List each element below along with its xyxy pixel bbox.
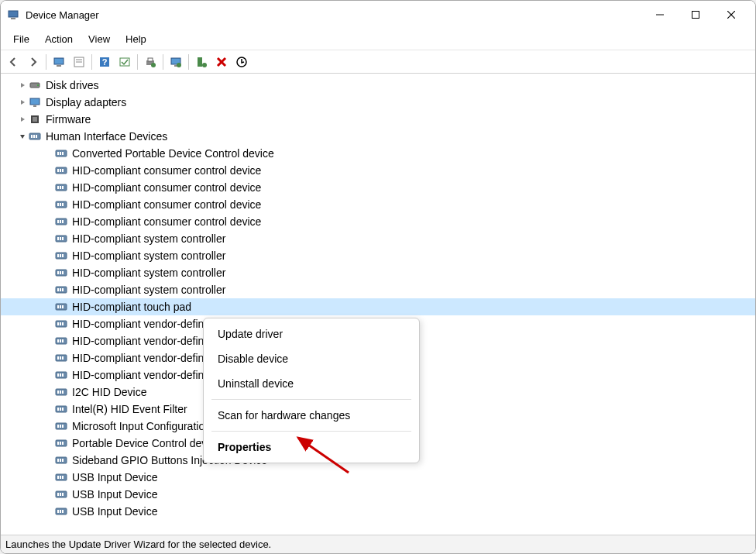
app-icon — [7, 9, 19, 21]
titlebar: Device Manager — [1, 1, 755, 29]
category-icon — [29, 113, 41, 126]
tree-device-item[interactable]: HID-compliant consumer control device — [1, 213, 755, 230]
tree-category[interactable]: Firmware — [1, 111, 755, 128]
svg-rect-0 — [9, 11, 18, 17]
device-label: Intel(R) HID Event Filter — [72, 403, 187, 415]
context-menu-item[interactable]: Scan for hardware changes — [204, 403, 419, 428]
tree-device-item[interactable]: USB Input Device — [1, 503, 755, 520]
svg-rect-36 — [62, 152, 64, 155]
svg-rect-119 — [60, 510, 61, 513]
svg-rect-39 — [60, 169, 61, 172]
context-menu-item[interactable]: Uninstall device — [204, 371, 419, 396]
svg-rect-42 — [57, 186, 59, 189]
svg-rect-40 — [62, 169, 64, 172]
svg-rect-84 — [62, 356, 64, 360]
svg-rect-108 — [62, 459, 64, 462]
chevron-icon[interactable] — [16, 96, 29, 108]
svg-rect-54 — [57, 237, 59, 240]
svg-rect-59 — [60, 254, 61, 257]
category-label: Display adapters — [46, 96, 126, 108]
svg-point-21 — [202, 63, 207, 67]
device-label: HID-compliant consumer control device — [72, 181, 261, 194]
device-icon — [55, 420, 67, 432]
svg-rect-103 — [60, 442, 61, 445]
tree-category[interactable]: Display adapters — [1, 94, 755, 111]
category-label: Human Interface Devices — [46, 130, 167, 143]
device-icon — [55, 437, 67, 449]
separator — [137, 54, 138, 70]
menu-file[interactable]: File — [5, 30, 37, 48]
svg-rect-110 — [57, 476, 59, 479]
disable-button[interactable] — [212, 53, 231, 71]
help-button[interactable]: ? — [95, 53, 114, 71]
tree-device-item[interactable]: USB Input Device — [1, 469, 755, 486]
computer-button[interactable] — [50, 53, 68, 71]
svg-rect-13 — [120, 58, 129, 66]
menu-help[interactable]: Help — [118, 30, 154, 48]
device-label: HID-compliant system controller — [72, 232, 225, 245]
svg-rect-112 — [62, 476, 64, 479]
menu-action[interactable]: Action — [37, 30, 81, 48]
svg-rect-15 — [148, 58, 153, 61]
svg-rect-1 — [11, 18, 15, 19]
tree-device-item[interactable]: Converted Portable Device Control device — [1, 145, 755, 162]
category-icon — [29, 79, 41, 91]
category-label: Firmware — [46, 113, 91, 126]
svg-rect-3 — [692, 12, 699, 19]
context-menu-item[interactable]: Update driver — [204, 322, 419, 346]
svg-rect-67 — [60, 288, 61, 291]
tree-device-item[interactable]: HID-compliant touch pad — [1, 298, 755, 315]
device-icon — [55, 318, 67, 330]
context-menu-separator — [211, 431, 411, 432]
properties-button[interactable] — [70, 53, 88, 71]
device-icon — [55, 352, 67, 364]
svg-rect-30 — [31, 135, 33, 138]
show-hidden-button[interactable] — [115, 53, 134, 71]
tree-category[interactable]: Disk drives — [1, 77, 755, 94]
menu-view[interactable]: View — [81, 30, 118, 48]
forward-button[interactable] — [24, 53, 43, 71]
tree-device-item[interactable]: HID-compliant system controller — [1, 264, 755, 281]
svg-rect-92 — [62, 391, 64, 394]
svg-rect-38 — [57, 169, 59, 172]
print-button[interactable] — [141, 53, 160, 71]
tree-device-item[interactable]: HID-compliant consumer control device — [1, 179, 755, 196]
svg-rect-116 — [62, 493, 64, 496]
device-label: Converted Portable Device Control device — [72, 147, 274, 160]
svg-rect-68 — [62, 288, 64, 291]
chevron-icon[interactable] — [16, 113, 29, 126]
chevron-icon[interactable] — [16, 79, 29, 91]
device-icon — [55, 335, 67, 347]
device-icon — [55, 301, 67, 313]
device-icon — [55, 471, 67, 483]
tree-device-item[interactable]: HID-compliant consumer control device — [1, 196, 755, 213]
svg-rect-66 — [57, 288, 59, 291]
device-tree[interactable]: Disk drivesDisplay adaptersFirmwareHuman… — [1, 74, 755, 535]
svg-rect-70 — [57, 305, 59, 308]
monitor-button[interactable] — [167, 53, 185, 71]
device-icon — [55, 386, 67, 398]
device-label: USB Input Device — [72, 505, 158, 518]
context-menu-item[interactable]: Disable device — [204, 346, 419, 371]
scan-button[interactable] — [192, 53, 211, 71]
back-button[interactable] — [4, 53, 22, 71]
tree-device-item[interactable]: USB Input Device — [1, 486, 755, 503]
uninstall-button[interactable] — [232, 53, 251, 71]
tree-device-item[interactable]: HID-compliant system controller — [1, 247, 755, 264]
svg-rect-111 — [60, 476, 61, 479]
chevron-icon[interactable] — [16, 130, 29, 143]
tree-device-item[interactable]: HID-compliant system controller — [1, 281, 755, 298]
svg-rect-86 — [57, 373, 59, 377]
svg-rect-50 — [57, 220, 59, 223]
context-menu-item[interactable]: Properties — [204, 435, 419, 459]
device-icon — [55, 488, 67, 501]
tree-device-item[interactable]: HID-compliant consumer control device — [1, 162, 755, 179]
maximize-button[interactable] — [678, 1, 713, 29]
tree-device-item[interactable]: HID-compliant system controller — [1, 230, 755, 247]
close-button[interactable] — [713, 1, 749, 29]
svg-rect-71 — [60, 305, 61, 308]
tree-category[interactable]: Human Interface Devices — [1, 128, 755, 145]
minimize-button[interactable] — [642, 1, 678, 29]
svg-rect-44 — [62, 186, 64, 189]
svg-rect-107 — [60, 459, 61, 462]
